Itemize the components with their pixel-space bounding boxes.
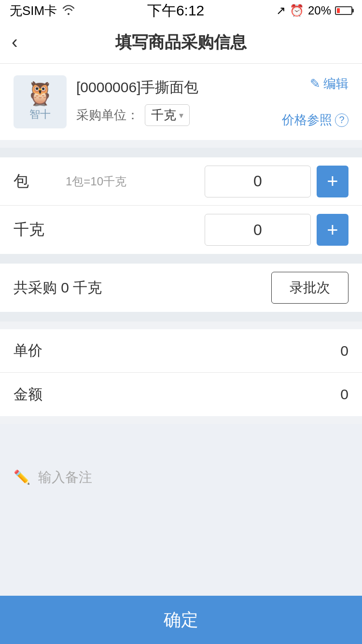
back-button[interactable]: ‹ (12, 32, 18, 53)
unit-value: 千克 (151, 107, 176, 124)
unit-price-label: 单价 (14, 341, 42, 361)
section-divider-2 (0, 254, 362, 264)
status-right: ↗ ⏰ 20% (276, 4, 352, 17)
status-bar: 无SIM卡 下午6:12 ↗ ⏰ 20% (0, 0, 362, 21)
unit-label: 采购单位： (76, 107, 139, 124)
unit-price-row: 单价 0 (0, 329, 362, 373)
alarm-icon: ⏰ (290, 4, 304, 17)
carrier-text: 无SIM卡 (10, 2, 57, 19)
wifi-icon (62, 3, 75, 18)
chevron-down-icon: ▾ (179, 110, 183, 121)
summary-label: 共采购 0 千克 (14, 278, 102, 298)
kg-input-row: 千克 0 + (0, 206, 362, 254)
section-divider-1 (0, 148, 362, 157)
remark-section[interactable]: ✏️ 输入备注 (0, 424, 362, 531)
product-name: [0000006]手撕面包 (76, 78, 348, 98)
edit-button[interactable]: ✎ 编辑 (310, 75, 348, 92)
summary-section: 共采购 0 千克 录批次 (0, 264, 362, 312)
section-divider-3 (0, 312, 362, 322)
help-icon: ? (335, 113, 348, 127)
bao-label: 包 (14, 171, 62, 192)
input-section: 包 1包=10千克 0 + 千克 0 + (0, 157, 362, 254)
kg-label: 千克 (14, 219, 62, 240)
location-icon: ↗ (276, 4, 286, 17)
page-title: 填写商品采购信息 (115, 31, 247, 54)
record-batch-button[interactable]: 录批次 (271, 272, 348, 304)
product-image: 🦉 智十 (14, 75, 67, 128)
bao-qty-input[interactable]: 0 (205, 166, 311, 197)
product-card: 🦉 智十 [0000006]手撕面包 采购单位： 千克 ▾ ✎ 编辑 价格参照 … (0, 64, 362, 140)
pencil-icon: ✏️ (14, 469, 30, 485)
status-time: 下午6:12 (147, 1, 204, 21)
price-reference-button[interactable]: 价格参照 ? (282, 112, 348, 128)
content-background (0, 531, 362, 596)
amount-label: 金额 (14, 385, 42, 405)
kg-qty-input[interactable]: 0 (205, 214, 311, 246)
product-owl-icon: 🦉 (26, 82, 55, 105)
kg-plus-button[interactable]: + (317, 214, 348, 246)
battery-icon (335, 6, 352, 15)
remark-placeholder: 输入备注 (38, 468, 92, 487)
bao-sublabel: 1包=10千克 (66, 174, 126, 189)
main-content: 🦉 智十 [0000006]手撕面包 采购单位： 千克 ▾ ✎ 编辑 价格参照 … (0, 64, 362, 596)
amount-row: 金额 0 (0, 373, 362, 416)
edit-icon: ✎ (310, 76, 320, 91)
unit-select[interactable]: 千克 ▾ (145, 104, 190, 126)
unit-price-value: 0 (340, 343, 348, 359)
nav-bar: ‹ 填写商品采购信息 (0, 21, 362, 64)
product-img-label: 智十 (29, 107, 51, 122)
summary-row: 共采购 0 千克 录批次 (0, 264, 362, 312)
status-carrier: 无SIM卡 (10, 2, 75, 19)
confirm-button[interactable]: 确定 (0, 596, 362, 644)
amount-value: 0 (340, 386, 348, 403)
bao-plus-button[interactable]: + (317, 166, 348, 197)
battery-percent: 20% (308, 4, 331, 17)
bao-input-row: 包 1包=10千克 0 + (0, 157, 362, 206)
price-section: 单价 0 金额 0 (0, 329, 362, 416)
